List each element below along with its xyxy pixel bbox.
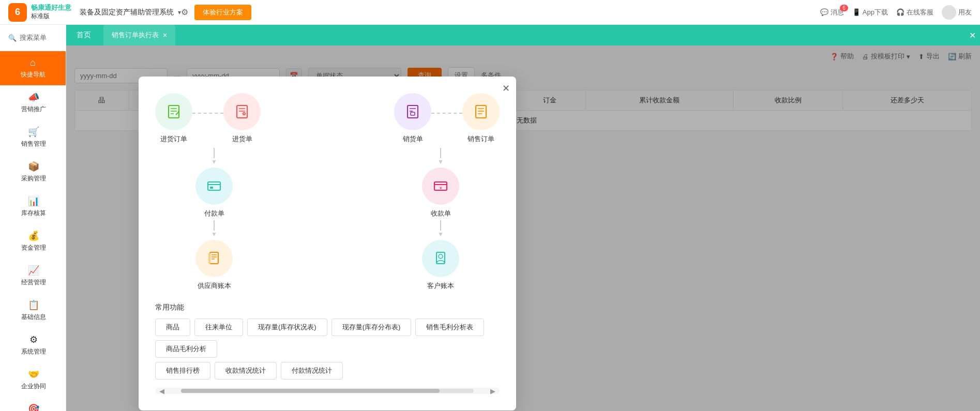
sidebar-item-inventory[interactable]: 📊 库存核算 [0, 189, 66, 224]
app-download-btn[interactable]: 📱 App下载 [852, 8, 888, 17]
common-functions-title: 常用功能 [155, 303, 500, 312]
customer-service-btn[interactable]: 🎧 在线客服 [896, 8, 933, 17]
flow-modal: ✕ 进货订 [139, 77, 516, 410]
purchase-bill-label: 进货单 [232, 134, 252, 144]
experience-btn[interactable]: 体验行业方案 [194, 5, 251, 20]
scroll-left-btn[interactable]: ◀ [155, 387, 169, 395]
scroll-track [181, 389, 474, 393]
payment-icon [195, 168, 233, 205]
scroll-area: ◀ ▶ [155, 388, 500, 394]
svg-point-30 [439, 254, 443, 258]
common-functions-section: 常用功能 商品 往来单位 现存量(库存状况表) 现存量(库存分布表) 销售毛利分… [155, 303, 500, 379]
func-btn-receipt-stat[interactable]: 收款情况统计 [215, 362, 277, 379]
top-bar: 6 畅康通好生意 标准版 装备及固定资产辅助管理系统 ▾ ⚙ 体验行业方案 💬 … [0, 0, 980, 25]
sidebar-item-business[interactable]: 📈 经营管理 [0, 258, 66, 293]
flow-item-receipt: ¥ 收款单 [422, 168, 459, 218]
purchase-icon: 📦 [28, 161, 39, 172]
supplier-ledger-label: 供应商账本 [198, 281, 231, 291]
svg-rect-21 [210, 252, 218, 264]
func-btn-partner[interactable]: 往来单位 [194, 318, 243, 336]
user-menu-btn[interactable]: 用友 [942, 5, 972, 20]
modal-close-btn[interactable]: ✕ [502, 83, 510, 94]
service-label: 在线客服 [907, 8, 933, 17]
message-btn[interactable]: 💬 消息 6 [820, 8, 844, 17]
page-content: ❓ 帮助 🖨 按模板打印 ▾ ⬆ 导出 🔄 [66, 45, 980, 411]
message-badge: 6 [840, 5, 848, 11]
func-btn-product[interactable]: 商品 [155, 318, 190, 336]
sidebar-item-label: 销售管理 [21, 140, 46, 148]
user-avatar [942, 5, 956, 20]
func-btn-stock-dist[interactable]: 现存量(库存分布表) [331, 318, 412, 336]
sidebar-item-label: 系统管理 [21, 347, 46, 356]
sidebar-item-label: 企业协同 [21, 382, 46, 391]
sidebar-item-newbie[interactable]: 🎯 新手引导 [0, 397, 66, 411]
logo-area: 6 畅康通好生意 标准版 [8, 3, 71, 22]
sales-order-label: 销售订单 [468, 134, 494, 144]
tab-sales-order[interactable]: 销售订单执行表 × [103, 25, 175, 45]
v-arrow-down-icon-4: ▼ [438, 231, 444, 238]
v-arrow-left-1 [214, 148, 215, 158]
system-title: 装备及固定资产辅助管理系统 [80, 8, 174, 17]
sidebar-item-system[interactable]: ⚙ 系统管理 [0, 328, 66, 362]
sidebar-item-purchase[interactable]: 📦 采购管理 [0, 155, 66, 189]
app-icon: 📱 [852, 8, 861, 16]
sidebar-item-basic[interactable]: 📋 基础信息 [0, 293, 66, 328]
sidebar-item-label: 库存核算 [21, 209, 46, 218]
svg-rect-14 [476, 105, 486, 118]
svg-rect-0 [169, 105, 179, 118]
tab-close-btn[interactable]: × [163, 31, 167, 39]
search-menu-btn[interactable]: 🔍 搜索菜单 [4, 30, 62, 45]
func-btn-stock-status[interactable]: 现存量(库存状况表) [247, 318, 327, 336]
message-icon: 💬 [820, 8, 828, 16]
svg-rect-25 [208, 253, 210, 264]
sidebar-item-label: 基础信息 [21, 313, 46, 322]
close-all-tabs-btn[interactable]: ✕ [969, 31, 976, 40]
sidebar-item-enterprise[interactable]: 🤝 企业协同 [0, 362, 66, 397]
func-btn-sales-rank[interactable]: 销售排行榜 [155, 362, 210, 379]
flow-item-supplier-ledger: 供应商账本 [195, 240, 233, 291]
flow-item-purchase-order: 进货订单 [155, 93, 192, 144]
payment-label: 付款单 [204, 209, 224, 218]
tab-bar: 首页 销售订单执行表 × ✕ [66, 25, 980, 45]
logo-icon: 6 [8, 3, 27, 22]
sidebar-item-sales[interactable]: 🛒 销售管理 [0, 120, 66, 155]
sidebar-item-marketing[interactable]: 📣 营销推广 [0, 85, 66, 120]
svg-text:¥: ¥ [439, 186, 442, 190]
v-arrow-down-icon-1: ▼ [211, 158, 217, 165]
scroll-right-btn[interactable]: ▶ [486, 387, 500, 395]
purchase-order-icon [155, 93, 192, 130]
flow-section: 进货订单 进货单 [155, 93, 500, 291]
func-btn-product-profit[interactable]: 商品毛利分析 [155, 340, 217, 358]
receipt-label: 收款单 [431, 209, 451, 218]
search-icon: 🔍 [8, 34, 17, 42]
sidebar-item-finance[interactable]: 💰 资金管理 [0, 224, 66, 258]
v-arrow-right-2 [440, 220, 441, 231]
flow-item-purchase-bill: 进货单 [223, 93, 261, 144]
arrow-sales [431, 113, 462, 114]
service-icon: 🎧 [896, 8, 904, 16]
business-icon: 📈 [28, 265, 39, 276]
svg-rect-20 [210, 187, 213, 189]
supplier-ledger-icon [195, 240, 233, 277]
tab-home[interactable]: 首页 [66, 25, 101, 45]
modal-overlay: ✕ 进货订 [66, 45, 980, 411]
inventory-icon: 📊 [28, 195, 39, 207]
flow-item-sales-bill: 销货单 [394, 93, 431, 144]
flow-item-payment: 付款单 [195, 168, 233, 218]
v-arrow-left-2 [214, 220, 215, 231]
sales-order-icon [462, 93, 500, 130]
func-btn-payment-stat[interactable]: 付款情况统计 [281, 362, 343, 379]
newbie-icon: 🎯 [28, 403, 39, 411]
logo-text: 畅康通好生意 标准版 [31, 4, 71, 20]
settings-icon-btn[interactable]: ⚙ [181, 7, 188, 17]
sidebar-search-area: 🔍 搜索菜单 [0, 25, 66, 51]
logo-line1: 畅康通好生意 [31, 4, 71, 12]
svg-rect-18 [208, 182, 220, 190]
flow-item-sales-order: 销售订单 [462, 93, 500, 144]
enterprise-icon: 🤝 [28, 369, 39, 380]
scroll-thumb[interactable] [181, 389, 440, 393]
func-btn-sales-profit[interactable]: 销售毛利分析表 [415, 318, 484, 336]
tab-label: 销售订单执行表 [112, 31, 159, 40]
v-arrow-down-icon-2: ▼ [211, 231, 217, 238]
sidebar-item-quick-nav[interactable]: ⌂ 快捷导航 [0, 51, 66, 85]
